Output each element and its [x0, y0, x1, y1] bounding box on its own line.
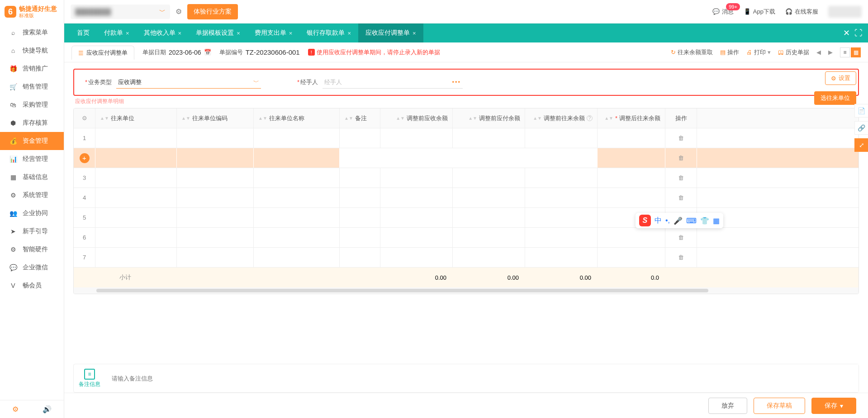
messages-badge: 99+: [726, 3, 740, 10]
print-link[interactable]: 🖨打印▾: [746, 48, 771, 56]
prev-doc-icon[interactable]: ◀: [816, 49, 821, 56]
view-card-icon[interactable]: ▦: [851, 47, 861, 57]
col-bal-after[interactable]: ▲▼*调整后往来余额: [598, 108, 665, 128]
close-all-tabs-icon[interactable]: ✕: [843, 28, 850, 38]
delete-row-button[interactable]: 🗑: [665, 248, 697, 267]
add-row-button[interactable]: +: [80, 153, 90, 163]
sidebar-item-8[interactable]: ▦基础信息: [0, 168, 64, 186]
gear-icon[interactable]: ⚙: [175, 7, 182, 16]
note-float-icon[interactable]: 📄: [854, 104, 868, 117]
headset-icon: 🎧: [785, 8, 792, 15]
remark-input[interactable]: [105, 364, 859, 392]
settings-button[interactable]: ⚙设置: [825, 71, 856, 85]
sidebar-item-14[interactable]: V畅会员: [0, 277, 64, 295]
tab-1[interactable]: 付款单×: [97, 23, 137, 42]
messages-link[interactable]: 💬 消息 99+: [712, 8, 734, 16]
close-icon[interactable]: ×: [413, 30, 416, 37]
settings-icon[interactable]: ⚙: [12, 405, 19, 413]
sidebar-item-7[interactable]: 📊经营管理: [0, 150, 64, 168]
table-row[interactable]: 3🗑: [74, 168, 859, 188]
sidebar-item-13[interactable]: 💬企业微信: [0, 258, 64, 277]
next-doc-icon[interactable]: ▶: [828, 49, 833, 56]
sidebar-item-10[interactable]: 👥企业协同: [0, 204, 64, 222]
save-button[interactable]: 保存▾: [811, 398, 856, 414]
select-unit-button[interactable]: 选往来单位: [814, 91, 856, 105]
ime-punct-icon[interactable]: •,: [665, 216, 670, 225]
col-unit[interactable]: ▲▼往来单位: [95, 108, 177, 128]
ime-skin-icon[interactable]: 👕: [700, 216, 709, 225]
home-icon: ⌂: [9, 47, 17, 55]
tab-0[interactable]: 首页: [70, 23, 97, 42]
expand-float-icon[interactable]: ⤢: [854, 138, 868, 152]
tab-2[interactable]: 其他收入单×: [137, 23, 189, 42]
table-row[interactable]: 6🗑: [74, 228, 859, 248]
tab-5[interactable]: 银行存取款单×: [299, 23, 358, 42]
close-icon[interactable]: ×: [126, 30, 129, 37]
close-icon[interactable]: ×: [178, 30, 182, 37]
sidebar-item-0[interactable]: ⌕搜索菜单: [0, 23, 64, 42]
ime-lang-icon[interactable]: 中: [655, 216, 662, 225]
horizontal-scrollbar[interactable]: [74, 287, 859, 294]
table-row[interactable]: 4🗑: [74, 188, 859, 208]
doc-date: 单据日期 2023-06-06 📅: [142, 48, 211, 56]
close-icon[interactable]: ×: [237, 30, 240, 37]
refetch-balance-link[interactable]: ↻往来余额重取: [671, 48, 713, 56]
sidebar-item-1[interactable]: ⌂快捷导航: [0, 42, 64, 60]
discard-button[interactable]: 放弃: [708, 398, 747, 414]
col-recv-before[interactable]: ▲▼调整前应收余额: [380, 108, 453, 128]
ime-keyboard-icon[interactable]: ⌨: [686, 216, 697, 225]
sidebar-item-3[interactable]: 🛒销售管理: [0, 78, 64, 96]
history-link[interactable]: 🕮历史单据: [778, 48, 809, 56]
user-avatar[interactable]: [828, 6, 862, 18]
sidebar-item-5[interactable]: ⬢库存核算: [0, 114, 64, 132]
gear-icon[interactable]: ⚙: [82, 115, 87, 122]
right-float-tools: 📄 🔗 ⤢: [854, 104, 868, 152]
view-list-icon[interactable]: ≡: [840, 47, 850, 57]
customer-service-link[interactable]: 🎧 在线客服: [785, 8, 818, 16]
close-icon[interactable]: ×: [347, 30, 351, 37]
tab-4[interactable]: 费用支出单×: [247, 23, 300, 42]
ime-menu-icon[interactable]: ▦: [713, 216, 720, 225]
delete-row-button[interactable]: 🗑: [665, 148, 697, 168]
attach-float-icon[interactable]: 🔗: [854, 121, 868, 135]
close-icon[interactable]: ×: [289, 30, 293, 37]
delete-row-button[interactable]: 🗑: [665, 188, 697, 207]
tab-6[interactable]: 应收应付调整单×: [358, 23, 423, 42]
sidebar-item-9[interactable]: ⚙系统管理: [0, 186, 64, 204]
table-row[interactable]: +🗑: [74, 148, 859, 168]
col-pay-before[interactable]: ▲▼调整前应付余额: [453, 108, 525, 128]
more-icon[interactable]: •••: [452, 79, 461, 85]
app-download-link[interactable]: 📱 App下载: [744, 8, 775, 16]
org-selector[interactable]: ████████ ﹀: [71, 5, 170, 19]
chevron-down-icon: ﹀: [253, 78, 259, 86]
col-unit-code[interactable]: ▲▼往来单位编码: [177, 108, 254, 128]
save-draft-button[interactable]: 保存草稿: [754, 398, 805, 414]
business-type-select[interactable]: 应收调整 ﹀: [116, 76, 261, 89]
sidebar-item-6[interactable]: 💰资金管理: [0, 132, 64, 150]
help-icon[interactable]: ?: [587, 115, 593, 121]
sound-icon[interactable]: 🔊: [43, 405, 52, 413]
tab-3[interactable]: 单据模板设置×: [189, 23, 247, 42]
sidebar-item-11[interactable]: ➤新手引导: [0, 222, 64, 240]
delete-row-button[interactable]: 🗑: [665, 228, 697, 247]
ime-mic-icon[interactable]: 🎤: [674, 216, 683, 225]
doc-icon: 📊: [9, 155, 17, 163]
fullscreen-icon[interactable]: ⛶: [854, 28, 863, 38]
table-row[interactable]: 7🗑: [74, 248, 859, 268]
operate-link[interactable]: ▤操作: [720, 48, 739, 56]
table-row[interactable]: 1🗑: [74, 128, 859, 148]
sidebar-item-12[interactable]: ⚙智能硬件: [0, 240, 64, 258]
col-bal-before[interactable]: ▲▼调整前往来余额?: [525, 108, 598, 128]
sidebar: 6 畅捷通好生意 标准版 ⌕搜索菜单⌂快捷导航🎁营销推广🛒销售管理🛍采购管理⬢库…: [0, 0, 64, 418]
wx-icon: 💬: [9, 263, 17, 272]
sidebar-item-2[interactable]: 🎁营销推广: [0, 60, 64, 78]
calendar-icon[interactable]: 📅: [204, 49, 211, 56]
delete-row-button[interactable]: 🗑: [665, 128, 697, 148]
delete-row-button[interactable]: 🗑: [665, 168, 697, 188]
sidebar-item-4[interactable]: 🛍采购管理: [0, 96, 64, 114]
try-industry-button[interactable]: 体验行业方案: [187, 4, 238, 19]
col-unit-name[interactable]: ▲▼往来单位名称: [254, 108, 340, 128]
table-row[interactable]: 5🗑: [74, 208, 859, 228]
handler-input[interactable]: 经手人 •••: [323, 76, 463, 89]
col-remark[interactable]: ▲▼备注: [340, 108, 380, 128]
